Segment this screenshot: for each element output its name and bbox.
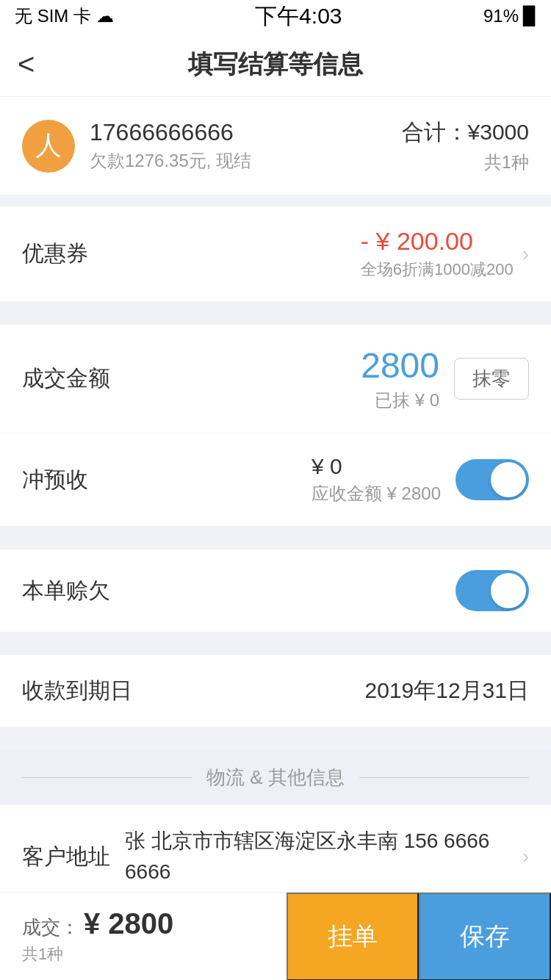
status-time: 下午4:03 — [255, 1, 342, 32]
customer-info: 17666666666 欠款1276.35元, 现结 — [90, 119, 251, 173]
page-title: 填写结算等信息 — [188, 48, 363, 82]
coupon-desc: 全场6折满1000减200 — [361, 259, 514, 281]
debt-toggle[interactable] — [455, 570, 529, 611]
customer-row: 人 17666666666 欠款1276.35元, 现结 合计：¥3000 共1… — [0, 97, 551, 195]
coupon-row[interactable]: 优惠券 - ¥ 200.00 全场6折满1000减200 › — [0, 206, 551, 301]
header-line-right — [359, 777, 529, 778]
battery-icon: ▉ — [523, 6, 536, 26]
total-amount: 合计：¥3000 — [402, 118, 529, 148]
deal-amount-info: 2800 已抹 ¥ 0 — [361, 345, 439, 412]
status-bar: 无 SIM 卡 ☁ 下午4:03 91% ▉ — [0, 0, 551, 32]
coupon-right: - ¥ 200.00 全场6折满1000减200 › — [361, 227, 529, 281]
due-date-card: 收款到期日 2019年12月31日 — [0, 655, 551, 727]
customer-right: 合计：¥3000 共1种 — [402, 118, 529, 174]
customer-phone: 17666666666 — [90, 119, 251, 146]
deal-label: 成交： — [22, 915, 79, 940]
due-date-row: 收款到期日 2019年12月31日 — [0, 655, 551, 727]
deal-amount-bottom: ¥ 2800 — [84, 907, 173, 940]
chevron-right-icon: › — [522, 242, 529, 266]
bottom-count: 共1种 — [22, 943, 264, 965]
customer-sub: 欠款1276.35元, 现结 — [90, 149, 251, 173]
prepay-right: ¥ 0 应收金额 ¥ 2800 — [311, 454, 529, 505]
logistics-section-header: 物流 & 其他信息 — [0, 750, 551, 805]
bottom-deal-line: 成交： ¥ 2800 — [22, 907, 264, 940]
debt-row: 本单赊欠 — [0, 550, 551, 632]
section-gap-1 — [0, 313, 551, 325]
hang-button[interactable]: 挂单 — [287, 893, 419, 981]
total-count: 共1种 — [402, 151, 529, 174]
address-label: 客户地址 — [22, 842, 110, 872]
debt-label: 本单赊欠 — [22, 576, 110, 606]
section-gap-4 — [0, 738, 551, 750]
coupon-info: - ¥ 200.00 全场6折满1000减200 — [361, 227, 514, 281]
coupon-label: 优惠券 — [22, 239, 88, 269]
section-gap-2 — [0, 538, 551, 550]
prepay-info: ¥ 0 应收金额 ¥ 2800 — [311, 454, 441, 505]
prepay-label: 冲预收 — [22, 465, 88, 495]
due-date-right: 2019年12月31日 — [365, 676, 529, 706]
deal-amount-card: 成交金额 2800 已抹 ¥ 0 抹零 冲预收 ¥ 0 应收金额 ¥ 2800 — [0, 325, 551, 526]
section-gap-3 — [0, 644, 551, 655]
bottom-bar: 成交： ¥ 2800 共1种 挂单 保存 — [0, 892, 551, 980]
sim-label: 无 SIM 卡 ☁ — [15, 4, 114, 28]
round-button[interactable]: 抹零 — [454, 358, 529, 400]
status-left: 无 SIM 卡 ☁ — [15, 4, 114, 28]
prepay-sub: 应收金额 ¥ 2800 — [311, 482, 441, 505]
deal-amount-sub: 已抹 ¥ 0 — [361, 389, 439, 412]
back-button[interactable]: < — [18, 48, 35, 81]
debt-toggle-knob — [491, 573, 526, 608]
toggle-knob — [491, 462, 526, 497]
avatar: 人 — [22, 120, 75, 173]
customer-card: 人 17666666666 欠款1276.35元, 现结 合计：¥3000 共1… — [0, 97, 551, 195]
header-line-left — [22, 777, 192, 778]
save-button[interactable]: 保存 — [419, 893, 551, 981]
prepay-toggle[interactable] — [455, 459, 529, 500]
customer-left: 人 17666666666 欠款1276.35元, 现结 — [22, 119, 251, 173]
address-chevron-icon: › — [522, 845, 529, 868]
address-value: 张 北京市市辖区海淀区永丰南 156 6666 6666 — [125, 826, 522, 887]
debt-card: 本单赊欠 — [0, 550, 551, 632]
due-date-value: 2019年12月31日 — [365, 676, 529, 706]
coupon-discount: - ¥ 200.00 — [361, 227, 514, 256]
status-right: 91% ▉ — [483, 6, 536, 26]
prepay-row: 冲预收 ¥ 0 应收金额 ¥ 2800 — [0, 433, 551, 526]
debt-right — [455, 570, 529, 611]
deal-amount-value: 2800 — [361, 345, 439, 386]
deal-amount-right: 2800 已抹 ¥ 0 抹零 — [361, 345, 529, 412]
battery-label: 91% — [483, 6, 519, 26]
prepay-amount: ¥ 0 — [311, 454, 441, 479]
nav-bar: < 填写结算等信息 — [0, 32, 551, 97]
coupon-card[interactable]: 优惠券 - ¥ 200.00 全场6折满1000减200 › — [0, 206, 551, 301]
due-date-label: 收款到期日 — [22, 676, 132, 706]
logistics-label: 物流 & 其他信息 — [206, 765, 345, 790]
deal-amount-row: 成交金额 2800 已抹 ¥ 0 抹零 — [0, 325, 551, 433]
deal-amount-label: 成交金额 — [22, 364, 110, 394]
bottom-summary: 成交： ¥ 2800 共1种 — [0, 907, 287, 965]
